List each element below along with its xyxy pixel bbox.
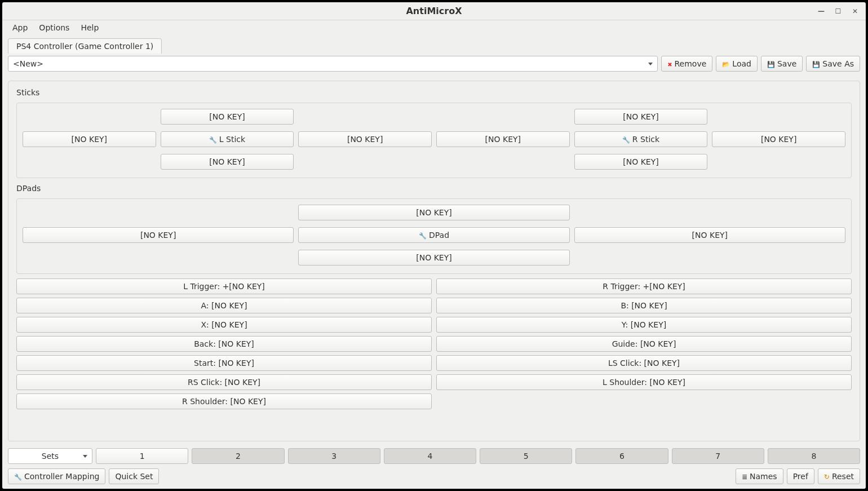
pref-button[interactable]: Pref xyxy=(787,468,814,484)
close-button[interactable]: ✕ xyxy=(848,5,862,17)
blank xyxy=(436,154,570,172)
back-button[interactable]: Back: [NO KEY] xyxy=(16,336,432,352)
sets-select[interactable]: Sets xyxy=(8,448,92,464)
saveas-button[interactable]: Save As xyxy=(806,56,860,72)
rshoulder-button[interactable]: R Shoulder: [NO KEY] xyxy=(16,393,432,409)
titlebar: AntiMicroX — ☐ ✕ xyxy=(2,2,866,20)
tab-controller[interactable]: PS4 Controller (Game Controller 1) xyxy=(8,38,162,54)
lstick-down[interactable]: [NO KEY] xyxy=(161,154,294,170)
rstick-center-label: R Stick xyxy=(632,135,659,144)
sets-label: Sets xyxy=(42,452,59,461)
rstick-center[interactable]: R Stick xyxy=(574,131,708,147)
blank xyxy=(712,154,845,172)
b-button[interactable]: B: [NO KEY] xyxy=(436,298,852,313)
wrench-icon xyxy=(419,231,427,240)
reset-button[interactable]: Reset xyxy=(818,468,860,484)
lsclick-button[interactable]: LS Click: [NO KEY] xyxy=(436,355,852,371)
lstick-left[interactable]: [NO KEY] xyxy=(23,131,156,147)
save-label: Save xyxy=(777,59,796,68)
menu-help[interactable]: Help xyxy=(76,21,103,34)
blank xyxy=(23,205,294,223)
dpad-up[interactable]: [NO KEY] xyxy=(298,205,569,220)
dpads-label: DPads xyxy=(16,184,852,193)
ltrigger-button[interactable]: L Trigger: +[NO KEY] xyxy=(16,278,432,294)
menubar: App Options Help xyxy=(2,20,866,35)
start-button[interactable]: Start: [NO KEY] xyxy=(16,355,432,371)
set-7[interactable]: 7 xyxy=(672,448,764,464)
rstick-left[interactable]: [NO KEY] xyxy=(436,131,570,147)
content-area: PS4 Controller (Game Controller 1) <New>… xyxy=(2,35,866,489)
load-button[interactable]: Load xyxy=(716,56,758,72)
dpad-down[interactable]: [NO KEY] xyxy=(298,250,569,266)
remove-label: Remove xyxy=(675,59,707,68)
window-title: AntiMicroX xyxy=(406,6,462,16)
save-button[interactable]: Save xyxy=(761,56,803,72)
set-6[interactable]: 6 xyxy=(575,448,668,464)
rsclick-button[interactable]: RS Click: [NO KEY] xyxy=(16,374,432,390)
remove-icon xyxy=(667,59,672,68)
main-panel: Sticks [NO KEY] [NO KEY] [NO KEY] L Stic… xyxy=(8,81,860,441)
wrench-icon xyxy=(14,472,22,481)
lshoulder-button[interactable]: L Shoulder: [NO KEY] xyxy=(436,374,852,390)
names-label: Names xyxy=(750,472,777,481)
remove-button[interactable]: Remove xyxy=(661,56,712,72)
profile-row: <New> Remove Load Save Save As xyxy=(8,56,860,72)
lstick-center-label: L Stick xyxy=(219,135,245,144)
maximize-button[interactable]: ☐ xyxy=(831,5,845,17)
dpad-left[interactable]: [NO KEY] xyxy=(23,227,294,243)
blank xyxy=(574,250,845,268)
load-label: Load xyxy=(732,59,751,68)
set-5[interactable]: 5 xyxy=(480,448,572,464)
sticks-group: [NO KEY] [NO KEY] [NO KEY] L Stick [NO K… xyxy=(16,103,852,178)
profile-select[interactable]: <New> xyxy=(8,56,658,72)
dpad-center[interactable]: DPad xyxy=(298,227,569,243)
load-icon xyxy=(722,59,730,68)
buttons-grid: L Trigger: +[NO KEY] R Trigger: +[NO KEY… xyxy=(16,278,852,409)
wrench-icon xyxy=(622,135,630,144)
controller-mapping-button[interactable]: Controller Mapping xyxy=(8,468,105,484)
y-button[interactable]: Y: [NO KEY] xyxy=(436,317,852,333)
minimize-button[interactable]: — xyxy=(814,5,829,17)
set-1[interactable]: 1 xyxy=(96,448,188,464)
blank xyxy=(23,109,156,127)
tab-row: PS4 Controller (Game Controller 1) xyxy=(8,38,860,54)
blank xyxy=(712,109,845,127)
sets-row: Sets 1 2 3 4 5 6 7 8 xyxy=(8,448,860,464)
names-button[interactable]: Names xyxy=(736,468,783,484)
controller-mapping-label: Controller Mapping xyxy=(24,472,99,481)
reset-label: Reset xyxy=(832,472,854,481)
dpad-right[interactable]: [NO KEY] xyxy=(574,227,845,243)
rstick-up[interactable]: [NO KEY] xyxy=(574,109,708,125)
blank xyxy=(574,205,845,223)
save-icon xyxy=(767,59,775,68)
x-button[interactable]: X: [NO KEY] xyxy=(16,317,432,333)
lstick-up[interactable]: [NO KEY] xyxy=(161,109,294,125)
blank xyxy=(23,154,156,172)
set-3[interactable]: 3 xyxy=(288,448,380,464)
bottom-row: Controller Mapping Quick Set Names Pref … xyxy=(8,468,860,484)
blank xyxy=(298,109,432,127)
blank xyxy=(298,154,432,172)
set-2[interactable]: 2 xyxy=(192,448,284,464)
reset-icon xyxy=(824,472,830,481)
lstick-right[interactable]: [NO KEY] xyxy=(298,131,432,147)
names-icon xyxy=(742,472,747,481)
rtrigger-button[interactable]: R Trigger: +[NO KEY] xyxy=(436,278,852,294)
set-8[interactable]: 8 xyxy=(768,448,860,464)
rstick-right[interactable]: [NO KEY] xyxy=(712,131,845,147)
rstick-down[interactable]: [NO KEY] xyxy=(574,154,708,170)
menu-options[interactable]: Options xyxy=(34,21,74,34)
chevron-down-icon xyxy=(83,455,87,458)
a-button[interactable]: A: [NO KEY] xyxy=(16,298,432,313)
quickset-button[interactable]: Quick Set xyxy=(109,468,159,484)
sticks-label: Sticks xyxy=(16,88,852,97)
dpads-group: [NO KEY] [NO KEY] DPad [NO KEY] [NO KEY] xyxy=(16,198,852,274)
menu-app[interactable]: App xyxy=(8,21,32,34)
blank xyxy=(23,250,294,268)
app-window: AntiMicroX — ☐ ✕ App Options Help PS4 Co… xyxy=(2,2,866,489)
set-4[interactable]: 4 xyxy=(384,448,476,464)
dpad-center-label: DPad xyxy=(429,231,449,240)
lstick-center[interactable]: L Stick xyxy=(161,131,294,147)
profile-selected-label: <New> xyxy=(13,59,43,68)
guide-button[interactable]: Guide: [NO KEY] xyxy=(436,336,852,352)
